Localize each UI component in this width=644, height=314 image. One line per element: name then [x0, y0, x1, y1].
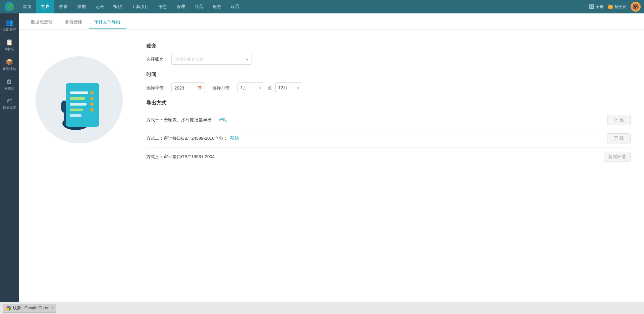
nav-tax[interactable]: 报税	[109, 0, 127, 13]
account-section-title: 账套	[146, 43, 631, 49]
method-2-download-button[interactable]: 下 载	[607, 133, 631, 143]
sidebar-item-recycle[interactable]: 🗑 回收站	[0, 75, 19, 93]
nav-invoice[interactable]: 票据	[72, 0, 91, 13]
method-1-download-button[interactable]: 下 载	[607, 115, 631, 125]
sidebar-label-customers: 全部客户	[3, 27, 16, 32]
month-start-chevron	[259, 85, 261, 90]
time-row: 选择年份： 2023 📅 选择月份： 1月 至 12月	[146, 82, 631, 93]
sidebar-item-all-customers[interactable]: 👥 全部客户	[0, 16, 19, 35]
month-end-select[interactable]: 12月	[275, 82, 302, 93]
svg-rect-13	[70, 97, 85, 100]
migration-icon: 📦	[6, 58, 13, 66]
illustration-area	[32, 53, 126, 147]
sidebar-label-tags: 标签设置	[3, 106, 16, 110]
nav-message[interactable]: 消息	[154, 0, 172, 13]
tab-audit-export[interactable]: 审计文件导出	[89, 16, 126, 29]
export-method-3: 方式三：审计接口GB/T19581-2004 暂缓开通	[146, 148, 631, 166]
export-method-2: 方式二：审计接口GB/T24589-2010企业： 帮助 下 载	[146, 129, 631, 148]
time-section-title: 时间	[146, 71, 631, 78]
svg-rect-15	[70, 109, 83, 111]
nav-service[interactable]: 服务	[208, 0, 226, 13]
svg-rect-14	[70, 103, 87, 106]
nav-fee[interactable]: 收费	[54, 0, 72, 13]
sidebar-label-declare: 0申报	[5, 47, 14, 52]
nav-business[interactable]: 工商项目	[127, 0, 154, 13]
illustration-circle	[36, 56, 123, 143]
nav-home[interactable]: 首页	[18, 0, 36, 13]
svg-point-17	[90, 91, 94, 95]
tabs-bar: 数据包迁移 备份迁移 审计文件导出	[19, 13, 644, 29]
year-value: 2023	[174, 85, 184, 90]
membership-label: 畅会员	[614, 4, 627, 10]
main-content: 账套 选择账套： 请输入账套名称 时间 选择年份： 2023 📅	[19, 29, 644, 302]
year-input[interactable]: 2023 📅	[171, 82, 205, 93]
account-select-placeholder: 请输入账套名称	[175, 57, 203, 62]
account-select[interactable]: 请输入账套名称	[171, 54, 252, 65]
svg-point-18	[90, 97, 94, 100]
account-select-label: 选择账套：	[146, 56, 168, 62]
avatar[interactable]: 🐻	[631, 2, 641, 12]
membership-button[interactable]: 畅会员	[608, 4, 627, 10]
tab-backup-migration[interactable]: 备份迁移	[59, 16, 88, 29]
method-3-label: 方式三：审计接口GB/T19581-2004	[146, 154, 215, 160]
taskbar-chrome-item[interactable]: 线索 - Google Chrome	[3, 304, 56, 313]
sidebar-item-zero-declare[interactable]: 📋 0申报	[0, 36, 19, 54]
content-area: 数据包迁移 备份迁移 审计文件导出	[19, 13, 644, 302]
sidebar-item-account-migration[interactable]: 📦 账套迁移	[0, 56, 19, 74]
form-area: 账套 选择账套： 请输入账套名称 时间 选择年份： 2023 📅	[146, 40, 631, 166]
tab-data-migration[interactable]: 数据包迁移	[25, 16, 58, 29]
sidebar-label-migration: 账套迁移	[3, 67, 16, 71]
svg-rect-16	[70, 114, 82, 117]
nav-settings[interactable]: 设置	[226, 0, 244, 13]
svg-point-20	[90, 108, 94, 112]
month-end-value: 12月	[278, 85, 287, 91]
account-select-chevron	[246, 57, 248, 62]
method-3-coming-soon-button[interactable]: 暂缓开通	[604, 152, 631, 162]
svg-text:🌿: 🌿	[7, 4, 14, 10]
svg-rect-12	[70, 91, 88, 94]
chrome-icon	[6, 306, 11, 311]
fullscreen-label: 全屏	[596, 4, 604, 10]
svg-rect-3	[592, 5, 594, 6]
app-logo: 🌿	[3, 1, 15, 13]
to-label: 至	[268, 85, 272, 91]
taskbar-chrome-label: 线索 - Google Chrome	[13, 305, 53, 311]
calendar-icon: 📅	[197, 86, 202, 90]
method-2-label: 方式二：审计接口GB/T24589-2010企业： 帮助	[146, 135, 239, 141]
export-method-1: 方式一：余额表、序时账批量导出： 帮助 下 载	[146, 111, 631, 129]
account-select-row: 选择账套： 请输入账套名称	[146, 54, 631, 65]
svg-rect-2	[590, 5, 591, 6]
method-1-help[interactable]: 帮助	[219, 117, 227, 122]
year-label: 选择年份：	[146, 85, 168, 91]
month-start-value: 1月	[240, 85, 247, 91]
declare-icon: 📋	[6, 39, 13, 46]
sidebar: 👥 全部客户 📋 0申报 📦 账套迁移 🗑 回收站 🏷 标签设置	[0, 13, 19, 302]
nav-manage[interactable]: 管理	[172, 0, 190, 13]
customers-icon: 👥	[6, 19, 13, 26]
method-1-label: 方式一：余额表、序时账批量导出： 帮助	[146, 117, 227, 123]
export-section-title: 导出方式	[146, 100, 631, 106]
svg-rect-5	[592, 7, 594, 9]
nav-items: 首页 客户 收费 票据 记账 报税 工商项目 消息 管理 经营 服务 设置	[18, 0, 589, 13]
nav-customer[interactable]: 客户	[36, 0, 54, 13]
taskbar: 线索 - Google Chrome	[0, 302, 644, 314]
svg-point-19	[90, 103, 94, 106]
nav-operation[interactable]: 经营	[190, 0, 208, 13]
top-nav: 🌿 首页 客户 收费 票据 记账 报税 工商项目 消息 管理 经营 服务 设置 …	[0, 0, 644, 13]
sidebar-label-recycle: 回收站	[4, 86, 14, 91]
month-label: 选择月份：	[212, 85, 234, 91]
month-end-chevron	[297, 85, 299, 90]
main-layout: 👥 全部客户 📋 0申报 📦 账套迁移 🗑 回收站 🏷 标签设置 数据包迁移 备…	[0, 13, 644, 302]
nav-accounting[interactable]: 记账	[91, 0, 109, 13]
right-actions: 全屏 畅会员 🐻	[589, 2, 641, 12]
month-start-select[interactable]: 1月	[237, 82, 264, 93]
tag-icon: 🏷	[6, 98, 12, 105]
method-2-help[interactable]: 帮助	[230, 136, 239, 141]
recycle-icon: 🗑	[6, 78, 12, 85]
svg-rect-4	[590, 7, 591, 9]
sidebar-item-tag-settings[interactable]: 🏷 标签设置	[0, 95, 19, 113]
fullscreen-button[interactable]: 全屏	[589, 4, 604, 10]
